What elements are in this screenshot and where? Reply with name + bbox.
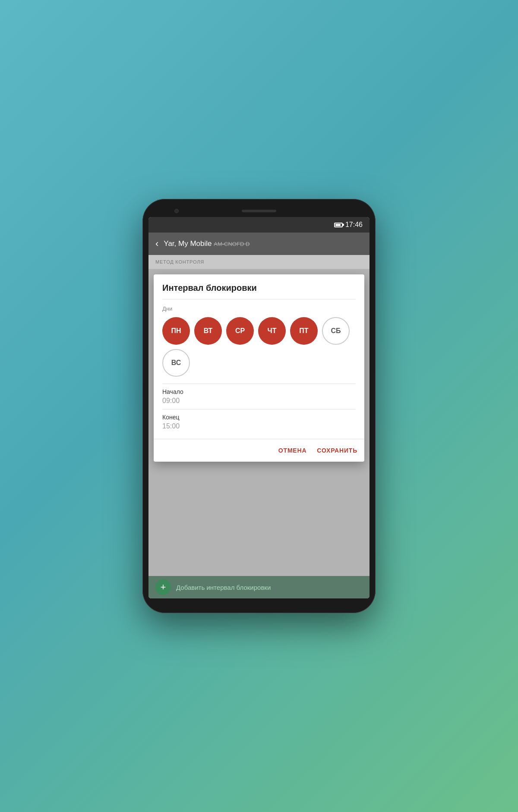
- dialog-actions: ОТМЕНА СОХРАНИТЬ: [154, 439, 364, 462]
- start-time-section: Начало 09:00: [162, 384, 356, 409]
- status-bar-right: 17:46: [334, 221, 363, 229]
- dialog-content: Интервал блокировки Дни ПН ВТ СР: [154, 274, 364, 434]
- day-button-tue[interactable]: ВТ: [194, 317, 222, 345]
- phone-device: 17:46 ‹ Yar, My Mobile AM-CNOFD D МЕТОД …: [142, 199, 376, 613]
- start-time-value[interactable]: 09:00: [162, 397, 356, 405]
- dialog-title: Интервал блокировки: [162, 283, 356, 293]
- day-button-fri[interactable]: ПТ: [290, 317, 318, 345]
- dialog-backdrop: Интервал блокировки Дни ПН ВТ СР: [148, 269, 370, 576]
- day-button-sun[interactable]: ВС: [162, 349, 190, 377]
- day-button-thu[interactable]: ЧТ: [258, 317, 286, 345]
- start-label: Начало: [162, 388, 356, 395]
- app-bar: ‹ Yar, My Mobile AM-CNOFD D: [148, 233, 370, 255]
- app-bar-subtitle: AM-CNOFD D: [214, 241, 250, 247]
- add-interval-label: Добавить интервал блокировки: [176, 584, 271, 591]
- day-button-wed[interactable]: СР: [226, 317, 254, 345]
- days-grid: ПН ВТ СР ЧТ ПТ: [162, 317, 356, 377]
- end-time-value[interactable]: 15:00: [162, 422, 356, 430]
- day-button-sat[interactable]: СБ: [322, 317, 350, 345]
- section-header: МЕТОД КОНТРОЛЯ: [148, 255, 370, 269]
- day-button-mon[interactable]: ПН: [162, 317, 190, 345]
- save-button[interactable]: СОХРАНИТЬ: [317, 445, 357, 456]
- divider-top: [162, 299, 356, 299]
- end-time-section: Конец 15:00: [162, 409, 356, 434]
- bottom-bar: + Добавить интервал блокировки: [148, 576, 370, 598]
- cancel-button[interactable]: ОТМЕНА: [278, 445, 306, 456]
- status-bar: 17:46: [148, 217, 370, 233]
- add-interval-button[interactable]: +: [155, 579, 171, 595]
- phone-top-bar: [148, 205, 370, 217]
- app-bar-title: Yar, My Mobile AM-CNOFD D: [164, 239, 363, 248]
- battery-icon: [334, 223, 343, 227]
- back-button[interactable]: ‹: [155, 238, 158, 249]
- status-time: 17:46: [345, 221, 363, 229]
- phone-camera: [174, 209, 179, 213]
- days-label: Дни: [162, 305, 356, 312]
- phone-speaker: [242, 210, 276, 212]
- end-label: Конец: [162, 414, 356, 421]
- dialog: Интервал блокировки Дни ПН ВТ СР: [154, 274, 364, 462]
- phone-bottom: [148, 598, 370, 607]
- phone-screen: 17:46 ‹ Yar, My Mobile AM-CNOFD D МЕТОД …: [148, 217, 370, 598]
